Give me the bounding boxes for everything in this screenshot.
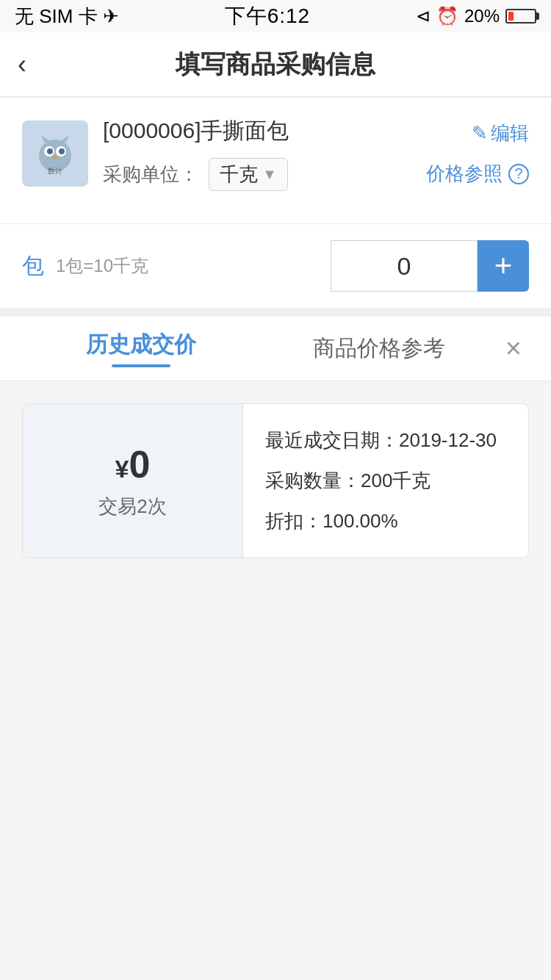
qty-conversion-text: 1包=10千克 xyxy=(56,254,148,278)
history-card: ¥0 交易2次 最近成交日期：2019-12-30 采购数量：200千克 折扣：… xyxy=(22,403,529,558)
purchase-qty-row: 采购数量：200千克 xyxy=(265,466,506,495)
svg-point-4 xyxy=(59,148,65,154)
sim-label: 无 SIM 卡 ✈ xyxy=(15,4,119,29)
status-right: ⊲ ⏰ 20% xyxy=(416,6,536,26)
product-name: [0000006]手撕面包 xyxy=(103,116,289,146)
discount-value: 100.00% xyxy=(323,510,398,532)
help-icon: ? xyxy=(508,164,529,184)
tabs-bar: 历史成交价 商品价格参考 × xyxy=(0,317,551,381)
edit-button[interactable]: ✎ 编辑 xyxy=(472,120,529,146)
svg-text:数计: 数计 xyxy=(48,167,62,175)
battery-percent: 20% xyxy=(464,6,500,26)
unit-select[interactable]: 千克 ▼ xyxy=(209,158,288,191)
battery-icon xyxy=(505,9,536,24)
qty-left: 包 1包=10千克 xyxy=(22,251,148,281)
product-left: 数计 [0000006]手撕面包 采购单位： 千克 ▼ xyxy=(22,116,289,191)
quantity-row: 包 1包=10千克 + xyxy=(0,223,551,308)
discount-row: 折扣：100.00% xyxy=(265,507,506,536)
quantity-plus-button[interactable]: + xyxy=(478,240,529,292)
svg-point-3 xyxy=(47,148,53,154)
last-trade-date-value: 2019-12-30 xyxy=(399,429,497,451)
price-currency-symbol: ¥ xyxy=(115,455,129,483)
edit-icon: ✎ xyxy=(472,122,488,145)
page-title: 填写商品采购信息 xyxy=(176,48,375,82)
alarm-icon: ⏰ xyxy=(436,6,458,26)
product-right-col: ✎ 编辑 价格参照 ? xyxy=(426,120,529,187)
history-price: ¥0 xyxy=(115,442,151,486)
price-ref-label: 价格参照 xyxy=(426,161,503,187)
tab-active-underline xyxy=(112,364,170,367)
quantity-input[interactable] xyxy=(331,240,478,292)
status-bar: 无 SIM 卡 ✈ 下午6:12 ⊲ ⏰ 20% xyxy=(0,0,551,32)
edit-label: 编辑 xyxy=(491,120,529,146)
purchase-qty-value: 200千克 xyxy=(361,469,431,491)
tab-product-ref-label: 商品价格参考 xyxy=(313,334,445,364)
history-trade-count: 交易2次 xyxy=(98,494,166,519)
last-trade-date-label: 最近成交日期： xyxy=(265,429,399,451)
status-time: 下午6:12 xyxy=(225,2,311,30)
last-trade-date-row: 最近成交日期：2019-12-30 xyxy=(265,426,506,455)
back-button[interactable]: ‹ xyxy=(18,49,26,80)
product-card: 数计 [0000006]手撕面包 采购单位： 千克 ▼ ✎ 编辑 xyxy=(0,98,551,223)
status-left: 无 SIM 卡 ✈ xyxy=(15,4,119,29)
history-card-right: 最近成交日期：2019-12-30 采购数量：200千克 折扣：100.00% xyxy=(243,404,528,558)
tab-product-price-ref[interactable]: 商品价格参考 xyxy=(260,317,498,381)
price-value: 0 xyxy=(129,443,151,486)
product-header: 数计 [0000006]手撕面包 采购单位： 千克 ▼ ✎ 编辑 xyxy=(22,116,529,191)
discount-label: 折扣： xyxy=(265,510,323,532)
unit-select-arrow-icon: ▼ xyxy=(262,166,277,183)
product-unit-row: 采购单位： 千克 ▼ xyxy=(103,158,289,191)
qty-unit-badge: 包 xyxy=(22,251,44,281)
qty-right: + xyxy=(331,240,529,292)
product-thumbnail: 数计 xyxy=(22,120,88,187)
location-icon: ⊲ xyxy=(416,6,431,26)
price-reference-button[interactable]: 价格参照 ? xyxy=(426,161,529,187)
history-card-left: ¥0 交易2次 xyxy=(23,404,243,558)
tab-close-button[interactable]: × xyxy=(498,333,529,364)
section-divider xyxy=(0,308,551,317)
unit-value: 千克 xyxy=(220,162,258,187)
history-content: ¥0 交易2次 最近成交日期：2019-12-30 采购数量：200千克 折扣：… xyxy=(0,381,551,822)
tab-history-price[interactable]: 历史成交价 xyxy=(22,317,260,381)
product-info: [0000006]手撕面包 采购单位： 千克 ▼ xyxy=(103,116,289,191)
tab-history-label: 历史成交价 xyxy=(86,330,196,360)
product-thumb-svg: 数计 xyxy=(29,128,81,179)
nav-bar: ‹ 填写商品采购信息 xyxy=(0,32,551,97)
purchase-qty-label: 采购数量： xyxy=(265,469,361,491)
unit-label: 采购单位： xyxy=(103,162,198,187)
